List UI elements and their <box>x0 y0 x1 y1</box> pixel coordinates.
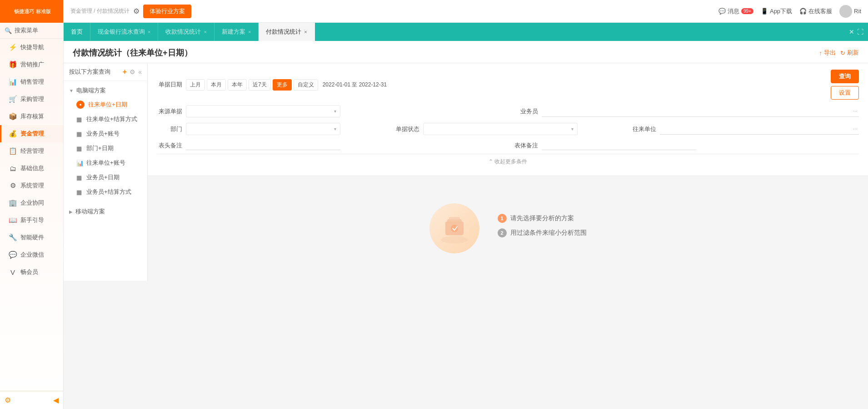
sidebar-item-sales[interactable]: 📊 销售管理 <box>0 73 63 91</box>
sidebar-settings-icon[interactable]: ⚙ <box>5 396 11 404</box>
date-btn-more[interactable]: 更多 <box>273 79 292 91</box>
voucher-status-label: 单据状态 <box>394 125 419 133</box>
refresh-button[interactable]: ↻ 刷新 <box>840 49 859 57</box>
date-btn-7days[interactable]: 近7天 <box>249 79 271 91</box>
scheme-panel: 按以下方案查询 + ⚙ « ▼ 电脑端方案 ● <box>64 63 148 281</box>
message-button[interactable]: 💬 消息 99+ <box>718 7 753 15</box>
dept-chevron-icon: ▾ <box>334 126 336 131</box>
staff-more-icon[interactable]: ··· <box>853 108 857 114</box>
scheme-item-staff-date[interactable]: ▦ 业务员+日期 <box>64 170 147 185</box>
settings-button[interactable]: 设置 <box>831 86 859 100</box>
page-content: 付款情况统计（往来单位+日期） ↑ 导出 ↻ 刷新 按以下方案查询 <box>64 41 868 409</box>
scheme-settings-icon[interactable]: ⚙ <box>130 68 135 76</box>
maximize-icon[interactable]: ⛶ <box>857 28 863 35</box>
step2-num: 2 <box>498 228 507 237</box>
scheme-label: 业务员+日期 <box>86 173 120 182</box>
tab-new-plan-close[interactable]: × <box>248 29 251 35</box>
sidebar-item-label: 基础信息 <box>20 164 44 172</box>
scheme-item-staff-account[interactable]: ▦ 业务员+账号 <box>64 126 147 141</box>
topbar-settings-icon[interactable]: ⚙ <box>133 7 140 15</box>
guide-icon: 📖 <box>9 216 17 224</box>
sidebar-item-operation[interactable]: 📋 经营管理 <box>0 142 63 160</box>
refresh-icon: ↻ <box>840 50 845 56</box>
mobile-group-header[interactable]: ▶ 移动端方案 <box>64 205 147 218</box>
tab-bank-close[interactable]: × <box>148 29 150 35</box>
sidebar-item-guide[interactable]: 📖 新手引导 <box>0 212 63 229</box>
scheme-item-dept-date[interactable]: ▦ 部门+日期 <box>64 141 147 156</box>
sidebar-item-basic[interactable]: 🗂 基础信息 <box>0 160 63 177</box>
query-button[interactable]: 查询 <box>831 70 859 83</box>
sidebar-item-label: 系统管理 <box>20 182 44 190</box>
date-filter-label: 单据日期 <box>157 81 182 89</box>
sidebar-item-label: 快捷导航 <box>20 43 44 51</box>
sidebar-item-label: 采购管理 <box>20 95 44 103</box>
sidebar-item-stock[interactable]: 📦 库存核算 <box>0 108 63 125</box>
staff-filter-label: 业务员 <box>513 107 538 116</box>
basic-icon: 🗂 <box>9 165 17 172</box>
sidebar-item-capital[interactable]: 💰 资金管理 <box>0 125 63 142</box>
collapse-more-button[interactable]: ⌃ 收起更多条件 <box>157 154 859 169</box>
pc-group-header[interactable]: ▼ 电脑端方案 <box>64 84 147 97</box>
tab-new-plan[interactable]: 新建方案 × <box>215 23 259 41</box>
sidebar-item-purchase[interactable]: 🛒 采购管理 <box>0 91 63 108</box>
sidebar-item-label: 企业微信 <box>20 251 44 259</box>
tab-collect[interactable]: 收款情况统计 × <box>158 23 214 41</box>
sidebar-item-member[interactable]: V 畅会员 <box>0 263 63 281</box>
scheme-item-staff-payment[interactable]: ▦ 业务员+结算方式 <box>64 185 147 199</box>
scheme-panel-label: 按以下方案查询 <box>69 68 110 76</box>
add-scheme-icon[interactable]: + <box>123 68 127 76</box>
date-btn-this-year[interactable]: 本年 <box>228 79 247 91</box>
pc-group-label: 电脑端方案 <box>76 86 106 95</box>
sidebar-item-hardware[interactable]: 🔧 智能硬件 <box>0 229 63 246</box>
quick-nav-icon: ⚡ <box>9 43 17 51</box>
sales-icon: 📊 <box>9 78 17 86</box>
date-btn-custom[interactable]: 自定义 <box>294 79 318 91</box>
sidebar-item-enterprise[interactable]: 🏢 企业协同 <box>0 194 63 212</box>
sidebar-item-wechat[interactable]: 💬 企业微信 <box>0 246 63 263</box>
tab-collect-close[interactable]: × <box>204 29 206 35</box>
export-button[interactable]: ↑ 导出 <box>819 49 836 57</box>
online-service-button[interactable]: 🎧 在线客服 <box>799 7 832 15</box>
scheme-item-partner-payment[interactable]: ▦ 往来单位+结算方式 <box>64 112 147 126</box>
body-note-input[interactable] <box>542 141 696 150</box>
scheme-label: 往来单位+账号 <box>86 159 125 167</box>
user-profile[interactable]: Rit <box>839 5 861 18</box>
sidebar-item-marketing[interactable]: 🎁 营销推广 <box>0 56 63 73</box>
partner-input[interactable] <box>662 125 853 133</box>
date-btn-last-month[interactable]: 上月 <box>186 79 205 91</box>
tab-home[interactable]: 首页 <box>64 23 90 41</box>
trial-button[interactable]: 体验行业方案 <box>143 5 191 18</box>
logo-text: 畅捷通巧 <box>14 8 34 15</box>
tab-pay-stat-close[interactable]: × <box>304 29 307 35</box>
date-filter-value: 上月 本月 本年 近7天 更多 自定义 2022-01-01 至 2022-12… <box>186 79 831 91</box>
sidebar-item-quick-nav[interactable]: ⚡ 快捷导航 <box>0 39 63 56</box>
service-label: 在线客服 <box>808 7 832 15</box>
date-btn-this-month[interactable]: 本月 <box>207 79 226 91</box>
sidebar-item-system[interactable]: ⚙ 系统管理 <box>0 177 63 194</box>
sidebar-collapse-icon[interactable]: ◀ <box>53 396 59 404</box>
close-all-tabs-icon[interactable]: ✕ <box>849 28 854 35</box>
source-select[interactable]: ▾ <box>186 105 340 117</box>
scheme-item-partner-account[interactable]: 📊 往来单位+账号 <box>64 156 147 170</box>
breadcrumb: 资金管理 / 付款情况统计 <box>70 7 130 15</box>
sidebar-search[interactable]: 🔍 搜索菜单 <box>0 23 63 39</box>
hardware-icon: 🔧 <box>9 233 17 242</box>
tab-bank[interactable]: 现金银行流水查询 × <box>90 23 158 41</box>
header-note-input[interactable] <box>186 141 340 150</box>
date-range-display: 2022-01-01 至 2022-12-31 <box>323 81 387 89</box>
tab-pay-stat[interactable]: 付款情况统计 × <box>259 23 314 41</box>
staff-input[interactable] <box>544 107 853 115</box>
export-icon: ↑ <box>819 50 823 56</box>
app-label: App下载 <box>770 7 792 15</box>
source-select-value <box>190 107 195 115</box>
voucher-status-select[interactable]: ▾ <box>423 123 578 135</box>
partner-more-icon[interactable]: ··· <box>853 126 857 131</box>
tab-bank-label: 现金银行流水查询 <box>98 28 145 36</box>
scheme-item-partner-date[interactable]: ● 往来单位+日期 <box>64 97 147 112</box>
dept-select[interactable]: ▾ <box>186 123 340 135</box>
scheme-collapse-icon[interactable]: « <box>138 68 142 76</box>
empty-illustration <box>429 203 479 253</box>
app-download-button[interactable]: 📱 App下载 <box>761 7 792 15</box>
avatar <box>839 5 852 18</box>
step2-label: 用过滤条件来缩小分析范围 <box>510 229 587 237</box>
